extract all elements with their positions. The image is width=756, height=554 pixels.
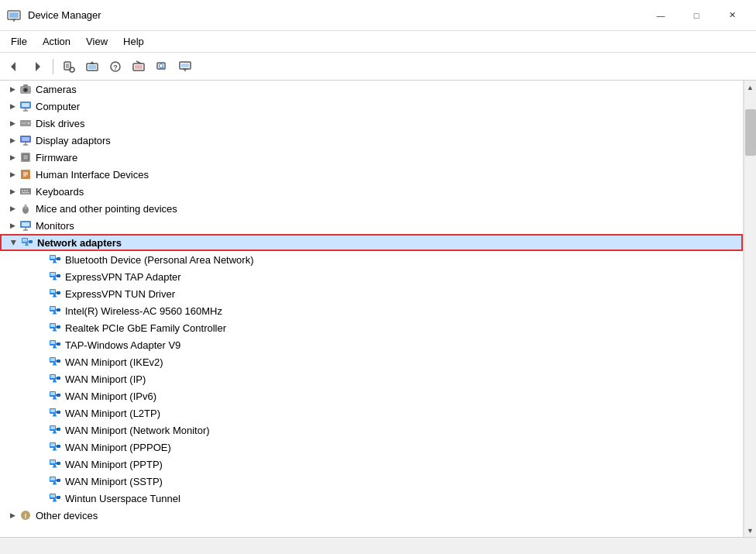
svg-rect-128 (50, 426, 55, 429)
tree-item-other-devices[interactable]: ▶ ! Other devices (0, 507, 743, 524)
tree-item-nic[interactable]: WAN Miniport (IP) (0, 370, 743, 387)
expand-monitors[interactable]: ▶ (6, 219, 19, 232)
menu-view[interactable]: View (78, 31, 115, 53)
tree-item-hid[interactable]: ▶ Human Interface Devices (0, 166, 743, 183)
menu-help[interactable]: Help (115, 31, 152, 53)
help-button[interactable]: ? (105, 56, 126, 77)
svg-rect-86 (50, 307, 55, 310)
network-children-container: Bluetooth Device (Personal Area Network)… (0, 251, 743, 507)
expand-network-adapters[interactable]: ▶ (8, 236, 20, 249)
tree-item-nic[interactable]: Wintun Userspace Tunnel (0, 490, 743, 507)
tree-item-keyboards[interactable]: ▶ Keyboards (0, 183, 743, 200)
svg-rect-80 (50, 290, 55, 293)
svg-rect-111 (53, 380, 56, 381)
tree-item-nic[interactable]: WAN Miniport (L2TP) (0, 404, 743, 422)
minimize-button[interactable]: — (643, 0, 679, 31)
tree-item-network-adapters[interactable]: ▶ Network adapters (0, 234, 743, 251)
computer-label: Computer (36, 101, 80, 112)
network-adapters-label: Network adapters (37, 237, 122, 249)
disk-drives-icon (19, 116, 33, 130)
svg-rect-87 (53, 311, 56, 313)
svg-rect-1 (9, 12, 19, 18)
uninstall-button[interactable] (128, 56, 149, 77)
svg-rect-31 (22, 103, 29, 107)
nic-icon (48, 440, 62, 454)
svg-rect-130 (53, 432, 57, 434)
tree-item-display-adaptors[interactable]: ▶ Display adaptors (0, 132, 743, 149)
tree-item-nic[interactable]: WAN Miniport (PPPOE) (0, 439, 743, 456)
tree-item-computer[interactable]: ▶ Computer (0, 98, 743, 115)
tree-item-nic[interactable]: TAP-Windows Adapter V9 (0, 336, 743, 353)
svg-rect-147 (53, 482, 56, 483)
vertical-scrollbar[interactable]: ▲ ▼ (744, 81, 756, 537)
svg-point-56 (25, 205, 27, 207)
toolbar: ? (0, 53, 756, 81)
tree-item-nic[interactable]: WAN Miniport (PPTP) (0, 456, 743, 473)
forward-button[interactable] (26, 56, 48, 77)
hid-icon (19, 167, 33, 181)
back-button[interactable] (3, 56, 25, 77)
menu-action[interactable]: Action (35, 31, 78, 53)
scrollbar-thumb[interactable] (745, 109, 756, 156)
keyboards-icon (19, 184, 33, 198)
svg-rect-146 (50, 477, 55, 480)
expand-keyboards[interactable]: ▶ (6, 185, 19, 198)
computer-icon (19, 99, 33, 113)
svg-rect-148 (53, 483, 57, 485)
menu-file[interactable]: File (3, 31, 35, 53)
tree-item-nic[interactable]: Bluetooth Device (Personal Area Network) (0, 251, 743, 268)
svg-rect-125 (57, 411, 60, 414)
nic-icon (48, 287, 62, 301)
svg-rect-70 (53, 262, 57, 263)
svg-rect-50 (22, 190, 23, 191)
monitor-button[interactable] (174, 56, 196, 77)
device-tree[interactable]: ▶ Cameras ▶ (0, 81, 744, 537)
maximize-button[interactable]: □ (679, 0, 714, 31)
svg-rect-51 (24, 190, 26, 191)
svg-rect-12 (88, 65, 96, 69)
svg-rect-92 (50, 324, 55, 327)
tree-item-nic[interactable]: WAN Miniport (SSTP) (0, 473, 743, 490)
expand-hid[interactable]: ▶ (6, 168, 19, 181)
svg-rect-29 (23, 84, 28, 87)
svg-rect-153 (53, 499, 56, 501)
svg-point-36 (28, 122, 30, 125)
svg-rect-99 (53, 346, 56, 347)
expand-mice[interactable]: ▶ (6, 202, 19, 215)
expand-computer[interactable]: ▶ (6, 100, 19, 112)
tree-item-nic[interactable]: ExpressVPN TAP Adapter (0, 268, 743, 285)
tree-item-nic[interactable]: WAN Miniport (IPv6) (0, 387, 743, 404)
close-button[interactable]: ✕ (714, 0, 750, 31)
nic-icon (48, 253, 62, 267)
tree-item-nic[interactable]: Intel(R) Wireless-AC 9560 160MHz (0, 302, 743, 319)
tree-item-cameras[interactable]: ▶ Cameras (0, 81, 743, 98)
expand-disk-drives[interactable]: ▶ (6, 117, 19, 129)
expand-firmware[interactable]: ▶ (6, 151, 19, 163)
svg-rect-88 (53, 313, 57, 315)
tree-item-firmware[interactable]: ▶ Firmware (0, 149, 743, 166)
nic-icon (48, 389, 62, 403)
expand-display-adaptors[interactable]: ▶ (6, 134, 19, 146)
tree-item-nic[interactable]: ExpressVPN TUN Driver (0, 285, 743, 302)
nic-icon (48, 321, 62, 335)
svg-rect-76 (53, 279, 57, 280)
expand-cameras[interactable]: ▶ (6, 83, 19, 95)
window-controls: — □ ✕ (643, 0, 750, 31)
window-title: Device Manager (28, 9, 643, 21)
nic-icon (48, 491, 62, 505)
other-devices-label: Other devices (36, 510, 98, 521)
tree-item-nic[interactable]: Realtek PCIe GbE Family Controller (0, 319, 743, 336)
tree-item-nic[interactable]: WAN Miniport (Network Monitor) (0, 422, 743, 439)
expand-other-devices[interactable]: ▶ (6, 509, 19, 521)
update-driver-button[interactable] (81, 56, 103, 77)
scan-button[interactable] (151, 56, 173, 77)
svg-rect-77 (57, 274, 60, 277)
properties-button[interactable] (58, 56, 80, 77)
tree-item-mice[interactable]: ▶ Mice and other pointing devices (0, 200, 743, 217)
tree-item-nic[interactable]: WAN Miniport (IKEv2) (0, 353, 743, 370)
svg-rect-83 (57, 291, 60, 294)
menu-bar: File Action View Help (0, 31, 756, 53)
nic-icon (48, 355, 62, 369)
tree-item-disk-drives[interactable]: ▶ Disk drives (0, 115, 743, 132)
tree-item-monitors[interactable]: ▶ Monitors (0, 217, 743, 234)
